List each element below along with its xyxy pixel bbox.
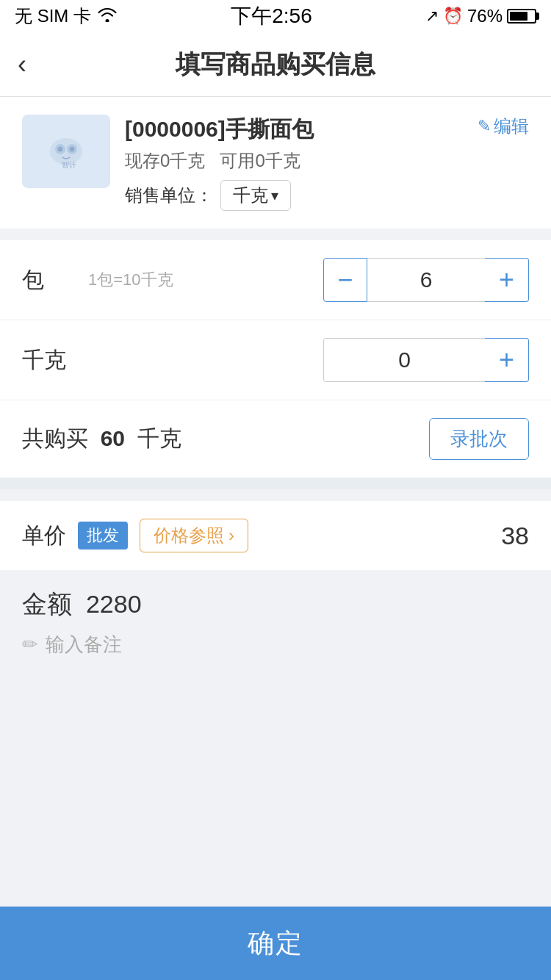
price-label: 单价 (22, 521, 66, 551)
product-name: [0000006]手撕面包 (125, 115, 314, 143)
chevron-down-icon: ▾ (271, 187, 278, 204)
edit-button[interactable]: ✎ 编辑 (478, 115, 529, 138)
bao-hint: 1包=10千克 (88, 269, 323, 291)
chevron-right-icon: › (228, 525, 234, 546)
carrier-text: 无 SIM 卡 (15, 4, 91, 28)
kg-row: 千克 + (0, 320, 551, 400)
product-unit: 销售单位： 千克 ▾ (125, 180, 529, 211)
amount-value: 2280 (86, 590, 142, 618)
pencil-icon: ✏ (22, 633, 38, 656)
kg-stepper: + (323, 338, 529, 382)
bao-minus-button[interactable]: − (323, 258, 367, 302)
input-section: 包 1包=10千克 − + 千克 + (0, 240, 551, 400)
spacer (0, 665, 551, 812)
amount-section: 金额 2280 ✏ 输入备注 (0, 570, 551, 665)
back-button[interactable]: ‹ (18, 49, 26, 80)
divider-1 (0, 478, 551, 489)
total-qty: 60 (101, 426, 125, 450)
confirm-button[interactable]: 确定 (0, 907, 551, 980)
bao-input[interactable] (367, 258, 485, 302)
total-row: 共购买 60 千克 录批次 (0, 400, 551, 478)
svg-point-4 (70, 147, 75, 152)
alarm-icon: ⏰ (443, 7, 463, 26)
kg-plus-button[interactable]: + (485, 338, 529, 382)
price-ref-button[interactable]: 价格参照 › (140, 519, 248, 552)
amount-row: 金额 2280 (22, 588, 529, 621)
price-section: 单价 批发 价格参照 › 38 (0, 501, 551, 570)
bao-label: 包 (22, 265, 81, 295)
kg-label: 千克 (22, 345, 81, 375)
battery-icon (507, 9, 536, 24)
batch-button[interactable]: 录批次 (429, 418, 529, 460)
page-title: 填写商品购买信息 (176, 48, 375, 82)
bao-row: 包 1包=10千克 − + (0, 240, 551, 320)
battery-text: 76% (467, 6, 503, 26)
status-left: 无 SIM 卡 (15, 4, 118, 28)
note-row[interactable]: ✏ 输入备注 (22, 632, 529, 657)
status-time: 下午2:56 (231, 2, 312, 30)
product-header: [0000006]手撕面包 ✎ 编辑 (125, 115, 529, 143)
product-thumbnail: 智计 (22, 115, 110, 188)
price-value: 38 (501, 522, 529, 550)
nav-bar: ‹ 填写商品购买信息 (0, 32, 551, 97)
svg-point-3 (58, 147, 63, 152)
price-type-tag: 批发 (78, 522, 128, 550)
price-ref-label: 价格参照 (154, 524, 224, 547)
unit-dropdown[interactable]: 千克 ▾ (220, 180, 291, 211)
note-placeholder: 输入备注 (46, 632, 122, 657)
svg-text:智计: 智计 (62, 161, 76, 169)
bao-plus-button[interactable]: + (485, 258, 529, 302)
kg-input[interactable] (323, 338, 485, 382)
location-icon: ↗ (425, 7, 439, 26)
status-right: ↗ ⏰ 76% (425, 6, 536, 26)
total-text: 共购买 60 千克 (22, 424, 181, 454)
product-info: [0000006]手撕面包 ✎ 编辑 现存0千克 可用0千克 销售单位： 千克 … (125, 115, 529, 211)
product-stock: 现存0千克 可用0千克 (125, 149, 529, 173)
status-bar: 无 SIM 卡 下午2:56 ↗ ⏰ 76% (0, 0, 551, 32)
bao-stepper: − + (323, 258, 529, 302)
main-content: 智计 [0000006]手撕面包 ✎ 编辑 现存0千克 可用0千克 销售单位： (0, 97, 551, 907)
wifi-icon (97, 6, 118, 26)
product-card: 智计 [0000006]手撕面包 ✎ 编辑 现存0千克 可用0千克 销售单位： (0, 97, 551, 228)
